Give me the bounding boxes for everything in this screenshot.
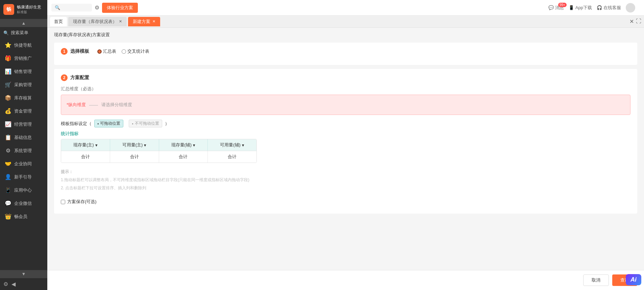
topbar: 🔍 ⚙ 体验行业方案 💬 消息 99+ 📱 App下载 🎧 在线客服 [47,0,644,16]
sidebar-scroll-down[interactable]: ▼ [0,270,47,278]
template-radio-group: 汇总表 交叉统计表 [97,48,149,54]
user-avatar[interactable] [626,3,635,13]
trial-button[interactable]: 体验行业方案 [102,3,138,13]
window-close-icon[interactable]: ✕ [629,18,634,25]
app-logo-icon: 畅 [3,4,14,15]
stats-header-col1[interactable]: 现存量(主) ▾ [61,139,110,151]
tips-item-1: 1.拖动标题栏可以调整布局，不可跨维度或指标区域拖动栏目字段(只能在同一维度或指… [61,176,630,184]
tips-item-2: 2. 点击标题栏下拉可设置排序、插入列和删除列 [61,184,630,192]
stats-data-row: 合计 合计 合计 合计 [61,151,256,163]
step2-header: 2 方案配置 [61,74,630,81]
tips-title: 提示： [61,169,73,174]
draggable-indicator: ▪ 可拖动位置 [94,120,123,127]
star-icon: ⭐ [5,42,11,48]
search-icon: 🔍 [3,30,9,35]
step1-badge: 1 [61,48,68,55]
inventory-tab-label: 现存量（库存状况表） [73,19,117,25]
dropdown-icon-col2: ▾ [144,143,146,148]
stats-cell-col3: 合计 [159,151,208,163]
dimension-required: *纵向维度 [67,102,86,108]
topbar-search-area[interactable]: 🔍 [51,4,92,11]
page-content: 现存量(库存状况表)方案设置 1 选择模板 汇总表 交叉统计表 [47,28,644,222]
crown-icon: 👑 [5,213,11,220]
sidebar-item-system[interactable]: ⚙ 系统管理 [0,144,47,157]
service-button[interactable]: 🎧 在线客服 [597,5,621,11]
draggable-icon: ▪ [97,121,99,126]
sidebar-item-marketing[interactable]: 🎁 营销推广 [0,52,47,65]
stats-header-col2[interactable]: 可用量(主) ▾ [110,139,159,151]
stats-cell-col1: 合计 [61,151,110,163]
gift-icon: 🎁 [5,55,11,62]
mobile-icon: 📱 [5,187,11,193]
window-expand-icon[interactable]: ⛶ [636,18,641,25]
topbar-right: 💬 消息 99+ 📱 App下载 🎧 在线客服 [548,3,640,13]
radio-cross-input[interactable] [122,49,126,54]
step1-title: 选择模板 [70,48,89,54]
tab-home[interactable]: 首页 [50,17,67,26]
sidebar-item-sales[interactable]: 📊 销售管理 [0,65,47,78]
user-icon: 👤 [5,174,11,180]
stats-header-col4[interactable]: 可用量(辅) ▾ [208,139,256,151]
headset-icon: 🎧 [597,5,602,10]
stats-header-col3[interactable]: 现存量(辅) ▾ [159,139,208,151]
sidebar-item-operations[interactable]: 📈 经营管理 [0,118,47,131]
stats-header-row: 现存量(主) ▾ 可用量(主) ▾ 现存量(辅) ▾ 可用量(辅) [61,139,256,151]
cart-icon: 🛒 [5,81,11,88]
dimension-divider: —— [89,102,98,107]
step1-section: 1 选择模板 汇总表 交叉统计表 [54,43,637,65]
app-download-button[interactable]: 📱 App下载 [569,5,592,11]
chat-icon: 💬 [5,200,11,207]
radio-summary-input[interactable] [97,49,102,54]
sidebar-item-inventory[interactable]: 📦 库存核算 [0,91,47,104]
step1-header: 1 选择模板 汇总表 交叉统计表 [61,48,630,55]
sidebar-item-member[interactable]: 👑 畅会员 [0,210,47,223]
sidebar-item-cooperation[interactable]: 🤝 企业协同 [0,157,47,170]
stats-section-title: 统计指标 [61,131,630,137]
indicator-settings-row: 模板指标设定（ ▪ 可拖动位置 ▪ 不可拖动位置 ） [61,120,630,127]
tab-bar: 首页 现存量（库存状况表） ✕ 新建方案 ✕ ✕ ⛶ [47,16,644,28]
sidebar: 畅 畅康通好生意 标准版 ▲ 🔍 搜索菜单 ⭐ 快捷导航 🎁 营销推广 📊 销售… [0,0,47,290]
stats-cell-col2: 合计 [110,151,159,163]
step2-badge: 2 [61,74,68,81]
sidebar-item-new-guide[interactable]: 👤 新手引导 [0,170,47,184]
sidebar-item-basic-info[interactable]: 📋 基础信息 [0,131,47,144]
save-option-label: 方案保存(可选) [67,199,97,205]
cancel-button[interactable]: 取消 [583,274,609,286]
sidebar-bottom: ⚙ ◀ [0,278,47,290]
messages-button[interactable]: 💬 消息 99+ [548,5,564,11]
operations-icon: 📈 [5,121,11,127]
sidebar-item-finance[interactable]: 💰 资金管理 [0,104,47,118]
sidebar-item-wechat[interactable]: 💬 企业微信 [0,197,47,210]
money-icon: 💰 [5,108,11,114]
new-plan-tab-close[interactable]: ✕ [152,19,155,24]
sidebar-item-quick-nav[interactable]: ⭐ 快捷导航 [0,39,47,52]
radio-cross[interactable]: 交叉统计表 [122,48,149,54]
collapse-icon[interactable]: ◀ [11,281,16,287]
dimension-label: 汇总维度（必选） [61,86,630,92]
stats-table: 现存量(主) ▾ 可用量(主) ▾ 现存量(辅) ▾ 可用量(辅) [61,139,257,163]
save-option-checkbox[interactable] [61,200,65,204]
tab-inventory[interactable]: 现存量（库存状况表） ✕ [68,17,127,26]
sidebar-search-item[interactable]: 🔍 搜索菜单 [0,27,47,39]
step2-section: 2 方案配置 汇总维度（必选） *纵向维度 —— 请选择分组维度 模板指标设定（… [54,69,637,214]
chart-icon: 📊 [5,68,11,75]
gear-icon: ⚙ [5,147,11,154]
settings-bottom-icon[interactable]: ⚙ [3,281,8,287]
sidebar-scroll-up[interactable]: ▲ [0,19,47,27]
clipboard-icon: 📋 [5,134,11,141]
sidebar-item-app-center[interactable]: 📱 应用中心 [0,184,47,197]
sidebar-logo-text: 畅康通好生意 标准版 [17,4,41,15]
home-tab-label: 首页 [54,19,63,25]
indicator-settings-label: 模板指标设定（ [61,121,92,127]
non-draggable-indicator: ▪ 不可拖动位置 [129,120,162,127]
messages-badge: 99+ [558,3,567,7]
ai-badge[interactable]: Ai [626,274,641,285]
radio-summary[interactable]: 汇总表 [97,48,116,54]
dimension-placeholder: 请选择分组维度 [101,102,132,108]
inventory-tab-close[interactable]: ✕ [119,19,122,24]
new-plan-tab-label: 新建方案 [133,19,150,25]
tab-new-plan[interactable]: 新建方案 ✕ [128,17,160,26]
sidebar-item-procurement[interactable]: 🛒 采购管理 [0,78,47,91]
topbar-settings-icon[interactable]: ⚙ [95,4,99,11]
dimension-area[interactable]: *纵向维度 —— 请选择分组维度 [61,95,630,115]
